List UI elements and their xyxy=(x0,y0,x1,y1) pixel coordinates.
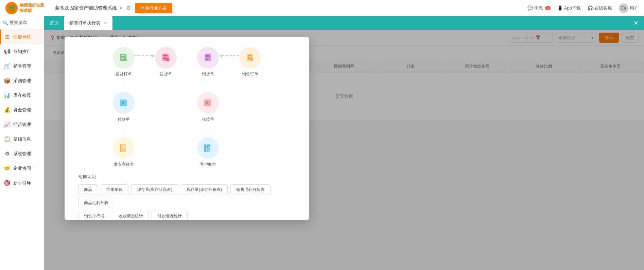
svg-text:¥: ¥ xyxy=(206,101,208,106)
cf-btn-counterpart[interactable]: 往来单位 xyxy=(101,184,128,195)
svg-rect-0 xyxy=(120,54,126,61)
receipt-slip-icon: ¥ xyxy=(197,92,219,114)
logo-icon: 🌿 xyxy=(5,2,18,14)
cf-btn-stock-status[interactable]: 现存量(库存状况表) xyxy=(131,184,178,195)
cf-btn-stock-dist[interactable]: 现存量(库存分布表) xyxy=(181,184,228,195)
arrow-so-sr: ◀ xyxy=(219,47,239,58)
cf-btn-receipt-stats[interactable]: 收款情况统计 xyxy=(113,211,149,220)
sidebar-item-system[interactable]: ⚙ 系统管理 xyxy=(0,146,44,161)
logo-area: 🌿 畅康通好生意 标准版 xyxy=(5,2,50,14)
settings-icon[interactable]: ⚙ xyxy=(126,5,131,11)
sidebar-item-newbie[interactable]: 🎯 新手引导 xyxy=(0,176,44,190)
modal-overlay: 进货订单 ↓ ¥ xyxy=(44,30,644,270)
svg-rect-34 xyxy=(250,58,253,60)
cf-btn-sales-profit[interactable]: 销售毛利分析表 xyxy=(230,184,271,195)
purchase-receipt-column: ✓ 进货单 xyxy=(155,47,177,77)
sidebar-item-sales[interactable]: 🛒 销售管理 xyxy=(0,59,44,73)
service-icon: 🎧 xyxy=(588,5,593,11)
receipt-slip-node[interactable]: ¥ 收款单 xyxy=(197,92,219,122)
purchase-receipt-node[interactable]: ✓ 进货单 xyxy=(155,47,177,77)
sidebar-item-basic-info[interactable]: 📋 基础信息 xyxy=(0,132,44,146)
purchase-receipt-label: 进货单 xyxy=(160,71,172,77)
svg-text:✓: ✓ xyxy=(167,58,170,61)
sales-column: 销货单 ↓ ¥ xyxy=(197,47,219,167)
svg-text:¥: ¥ xyxy=(121,101,124,106)
marketing-icon: 📢 xyxy=(4,48,11,55)
payment-down-arrow: ↓ xyxy=(123,127,125,132)
supplier-ledger-node[interactable]: 供应商账本 xyxy=(113,137,135,167)
finance-icon: 💰 xyxy=(4,107,11,113)
quick-nav-modal: 进货订单 ↓ ¥ xyxy=(65,37,309,220)
page-content: ❓ 帮助 🖨 按模板打印 ▾ ↗ 导出 ↻ 刷新 xyxy=(44,30,644,270)
inventory-icon: 📊 xyxy=(4,92,11,98)
svg-rect-28 xyxy=(204,144,206,152)
message-badge: 6 xyxy=(545,6,551,10)
basic-info-icon: 📋 xyxy=(4,136,11,142)
avatar: Ea xyxy=(619,3,628,13)
sidebar-item-operations[interactable]: 📈 经营管理 xyxy=(0,117,44,132)
logo-text: 畅康通好生意 标准版 xyxy=(20,3,44,13)
modal-body: 进货订单 ↓ ¥ xyxy=(65,37,309,220)
purchase-order-node[interactable]: 进货订单 xyxy=(113,47,135,77)
sales-receipt-node[interactable]: 销货单 xyxy=(197,47,219,77)
sidebar-item-quick-nav[interactable]: ⊞ 快捷导航 xyxy=(0,30,44,44)
common-functions: 常用功能 商品 往来单位 现存量(库存状况表) 现存量(库存分布表) 销售毛利分… xyxy=(78,174,296,220)
system-title-text: 装备及固定资产辅助管理系统 xyxy=(55,5,117,11)
tab-close-all-icon[interactable]: ✕ xyxy=(633,19,644,27)
download-icon: 📱 xyxy=(557,5,563,11)
customer-ledger-label: 客户账本 xyxy=(200,162,216,167)
app-download-button[interactable]: 📱 App下载 xyxy=(557,5,581,11)
cf-btn-product-profit[interactable]: 商品毛利分析 xyxy=(78,198,114,208)
cf-btn-sales-rank[interactable]: 销售排行榜 xyxy=(78,211,110,220)
try-solution-button[interactable]: 体验行业方案 xyxy=(135,3,172,13)
app-wrapper: 🌿 畅康通好生意 标准版 装备及固定资产辅助管理系统 ▾ ⚙ 体验行业方案 💬 … xyxy=(0,0,644,270)
common-functions-title: 常用功能 xyxy=(78,174,296,180)
sales-order-icon xyxy=(239,47,261,69)
svg-rect-7 xyxy=(120,144,121,152)
payment-slip-label: 付款单 xyxy=(118,116,130,122)
arrow-po-pr: ▶ xyxy=(135,47,155,58)
newbie-icon: 🎯 xyxy=(4,180,11,186)
cf-buttons-row2: 销售排行榜 收款情况统计 付款情况统计 xyxy=(78,211,296,220)
payment-slip-node[interactable]: ¥ 付款单 xyxy=(113,92,135,122)
sales-icon: 🛒 xyxy=(4,63,11,69)
cf-btn-payment-stats[interactable]: 付款情况统计 xyxy=(152,211,188,220)
tab-home[interactable]: 首页 xyxy=(44,16,64,30)
tab-sales-order-exec[interactable]: 销售订单执行表 ✕ xyxy=(64,16,112,30)
sidebar-item-purchase[interactable]: 📦 采购管理 xyxy=(0,73,44,88)
sidebar-item-finance[interactable]: 💰 资金管理 xyxy=(0,103,44,117)
tab-close-icon[interactable]: ✕ xyxy=(104,21,107,25)
customer-ledger-icon xyxy=(197,137,219,159)
svg-rect-6 xyxy=(121,144,126,152)
sidebar-item-enterprise[interactable]: 🤝 企业协同 xyxy=(0,161,44,176)
supplier-ledger-label: 供应商账本 xyxy=(114,162,134,167)
online-service-button[interactable]: 🎧 在线客服 xyxy=(588,5,612,11)
receipt-down-arrow: ↓ xyxy=(207,127,209,132)
search-menu-button[interactable]: 🔍 搜索菜单 xyxy=(0,16,44,30)
sales-receipt-icon xyxy=(197,47,219,69)
sidebar-item-marketing[interactable]: 📢 营销推广 xyxy=(0,44,44,59)
top-right-area: 💬 消息 6 📱 App下载 🎧 在线客服 Ea 用户 xyxy=(527,3,639,13)
purchase-down-arrow: ↓ xyxy=(123,82,125,87)
message-button[interactable]: 💬 消息 6 xyxy=(527,5,551,11)
customer-ledger-node[interactable]: 客户账本 xyxy=(197,137,219,167)
dropdown-arrow-icon[interactable]: ▾ xyxy=(120,5,122,11)
payment-slip-icon: ¥ xyxy=(113,92,135,114)
cf-btn-product[interactable]: 商品 xyxy=(78,184,98,195)
top-bar: 🌿 畅康通好生意 标准版 装备及固定资产辅助管理系统 ▾ ⚙ 体验行业方案 💬 … xyxy=(0,0,644,16)
quick-nav-icon: ⊞ xyxy=(4,34,11,40)
system-icon: ⚙ xyxy=(4,150,11,157)
main-area: 🔍 搜索菜单 ⊞ 快捷导航 📢 营销推广 🛒 销售管理 📦 采购管理 📊 xyxy=(0,16,644,270)
sales-order-node[interactable]: 销售订单 xyxy=(239,47,261,77)
sales-order-label: 销售订单 xyxy=(242,71,258,77)
sales-down-arrow: ↓ xyxy=(207,82,209,87)
sidebar-item-inventory[interactable]: 📊 库存核算 xyxy=(0,88,44,103)
purchase-icon: 📦 xyxy=(4,77,11,84)
user-profile-button[interactable]: Ea 用户 xyxy=(619,3,639,13)
flow-diagram: 进货订单 ↓ ¥ xyxy=(78,47,296,167)
receipt-slip-label: 收款单 xyxy=(202,116,214,122)
enterprise-icon: 🤝 xyxy=(4,165,11,172)
purchase-receipt-icon: ✓ xyxy=(155,47,177,69)
system-title-area: 装备及固定资产辅助管理系统 ▾ ⚙ xyxy=(55,5,131,11)
message-icon: 💬 xyxy=(527,5,533,11)
